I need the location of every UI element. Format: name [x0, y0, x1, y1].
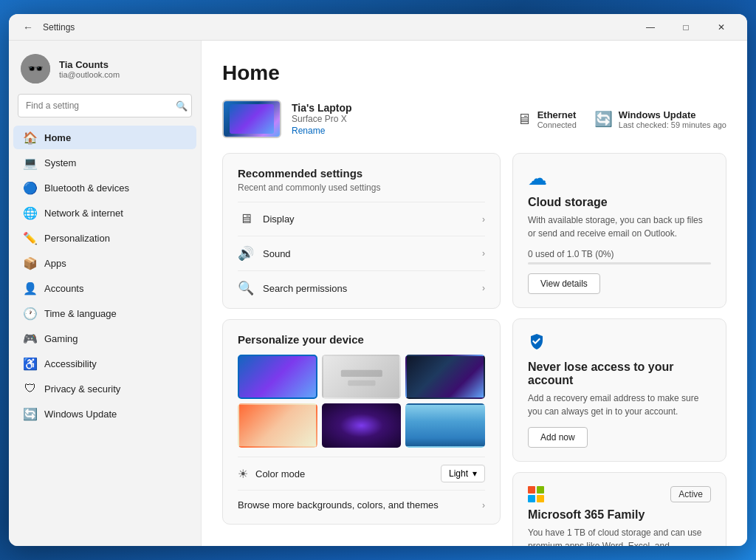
window-controls: — □ ✕ [633, 16, 738, 39]
wallpaper-4[interactable] [238, 403, 317, 448]
sidebar-item-home[interactable]: 🏠 Home [13, 126, 196, 149]
color-mode-label: Color mode [255, 468, 433, 479]
sidebar-item-network[interactable]: 🌐 Network & internet [13, 201, 196, 225]
sidebar-item-update[interactable]: 🔄 Windows Update [13, 402, 196, 426]
network-icon: 🌐 [24, 206, 37, 219]
view-details-button[interactable]: View details [528, 273, 600, 294]
windows-update-status: 🔄 Windows Update Last checked: 59 minute… [594, 109, 726, 129]
sidebar-item-privacy-label: Privacy & security [44, 383, 120, 395]
display-setting-row[interactable]: 🖥 Display › [238, 202, 485, 236]
ms-red-square [528, 486, 535, 494]
sidebar-item-update-label: Windows Update [44, 409, 117, 420]
cloud-storage-card: ☁ Cloud storage With available storage, … [512, 153, 726, 308]
sidebar-item-personalization[interactable]: ✏️ Personalization [13, 226, 196, 250]
page-title: Home [222, 61, 726, 85]
storage-bar-wrapper: 0 used of 1.0 TB (0%) [528, 249, 711, 264]
color-mode-select[interactable]: Light ▾ [441, 465, 485, 482]
microsoft365-card: Active Microsoft 365 Family You have 1 T… [512, 472, 726, 546]
display-icon: 🖥 [238, 211, 254, 227]
cloud-storage-desc: With available storage, you can back up … [528, 214, 711, 240]
search-input[interactable] [18, 94, 192, 117]
device-bar: Tia's Laptop Surface Pro X Rename 🖥 Ethe… [222, 100, 726, 138]
color-mode-chevron-icon: ▾ [472, 468, 477, 479]
user-email: tia@outlook.com [59, 70, 120, 79]
add-now-button[interactable]: Add now [528, 427, 588, 448]
device-model: Surface Pro X [292, 114, 352, 124]
sound-chevron-icon: › [482, 248, 485, 259]
apps-icon: 📦 [24, 256, 37, 270]
titlebar: ← Settings — □ ✕ [9, 14, 747, 41]
sidebar-item-home-label: Home [44, 132, 71, 143]
search-icon[interactable]: 🔍 [176, 100, 188, 112]
recommended-subtitle: Recent and commonly used settings [238, 182, 485, 193]
sidebar-item-accessibility[interactable]: ♿ Accessibility [13, 352, 196, 375]
gaming-icon: 🎮 [24, 332, 37, 345]
ms-blue-square [528, 495, 535, 502]
cloud-storage-title: Cloud storage [528, 196, 711, 209]
browse-themes-row[interactable]: Browse more backgrounds, colors, and the… [238, 490, 485, 511]
user-name: Tia Counts [59, 59, 120, 70]
search-permissions-icon: 🔍 [238, 280, 254, 296]
home-icon: 🏠 [24, 131, 37, 144]
color-mode-value: Light [449, 468, 468, 479]
sidebar-item-system-label: System [44, 157, 76, 168]
ms365-header-row: Active [528, 486, 711, 508]
sound-label: Sound [263, 248, 473, 259]
sidebar-item-accounts[interactable]: 👤 Accounts [13, 276, 196, 300]
back-button[interactable]: ← [18, 17, 38, 38]
close-button[interactable]: ✕ [704, 16, 738, 39]
search-permissions-row[interactable]: 🔍 Search permissions › [238, 270, 485, 305]
storage-bar [528, 262, 711, 264]
update-icon: 🔄 [24, 407, 37, 420]
ethernet-label: Ethernet [537, 109, 577, 120]
device-thumbnail [222, 100, 281, 138]
left-column: Recommended settings Recent and commonly… [222, 153, 501, 546]
wallpaper-1[interactable] [238, 355, 317, 399]
ms365-title: Microsoft 365 Family [528, 508, 711, 522]
cloud-icon: ☁ [528, 167, 711, 190]
sidebar-item-bluetooth[interactable]: 🔵 Bluetooth & devices [13, 176, 196, 199]
sidebar-item-privacy[interactable]: 🛡 Privacy & security [13, 377, 196, 400]
sound-icon: 🔊 [238, 245, 254, 262]
search-permissions-label: Search permissions [263, 283, 473, 294]
avatar-image: 🕶️ [21, 54, 50, 83]
sound-setting-row[interactable]: 🔊 Sound › [238, 236, 485, 270]
right-column: ☁ Cloud storage With available storage, … [512, 153, 726, 546]
wallpaper-5[interactable] [322, 403, 402, 448]
sidebar-item-bluetooth-label: Bluetooth & devices [44, 182, 129, 194]
sidebar-item-system[interactable]: 💻 System [13, 151, 196, 174]
accessibility-icon: ♿ [24, 357, 37, 370]
storage-text: 0 used of 1.0 TB (0%) [528, 249, 711, 259]
wallpaper-2[interactable] [322, 355, 402, 399]
account-security-desc: Add a recovery email address to make sur… [528, 392, 711, 418]
minimize-button[interactable]: — [633, 16, 667, 39]
wallpaper-6[interactable] [405, 403, 485, 448]
sidebar-item-personalization-label: Personalization [44, 233, 110, 244]
ms-green-square [537, 486, 544, 494]
ethernet-status: 🖥 Ethernet Connected [517, 109, 577, 129]
user-info: Tia Counts tia@outlook.com [59, 59, 120, 79]
sidebar-item-gaming[interactable]: 🎮 Gaming [13, 327, 196, 350]
ethernet-text: Ethernet Connected [537, 109, 577, 129]
cards-row: Recommended settings Recent and commonly… [222, 153, 726, 546]
recommended-card: Recommended settings Recent and commonly… [222, 153, 501, 309]
windows-update-text: Windows Update Last checked: 59 minutes … [619, 109, 726, 129]
sidebar-item-apps[interactable]: 📦 Apps [13, 251, 196, 275]
recommended-title: Recommended settings [238, 167, 485, 180]
shield-icon [528, 332, 711, 355]
sidebar-item-time[interactable]: 🕐 Time & language [13, 301, 196, 325]
account-security-title: Never lose access to your account [528, 361, 711, 387]
personalization-icon: ✏️ [24, 231, 37, 245]
ms-yellow-square [537, 495, 544, 502]
windows-update-icon: 🔄 [594, 110, 613, 128]
wallpaper-3[interactable] [405, 355, 485, 399]
maximize-button[interactable]: □ [669, 16, 703, 39]
window-title: Settings [43, 22, 633, 33]
browse-label: Browse more backgrounds, colors, and the… [238, 499, 475, 511]
accounts-icon: 👤 [24, 281, 37, 295]
ethernet-icon: 🖥 [517, 111, 532, 128]
avatar: 🕶️ [21, 54, 50, 83]
device-rename-link[interactable]: Rename [292, 126, 352, 136]
display-chevron-icon: › [482, 214, 485, 225]
device-text: Tia's Laptop Surface Pro X Rename [292, 102, 352, 136]
